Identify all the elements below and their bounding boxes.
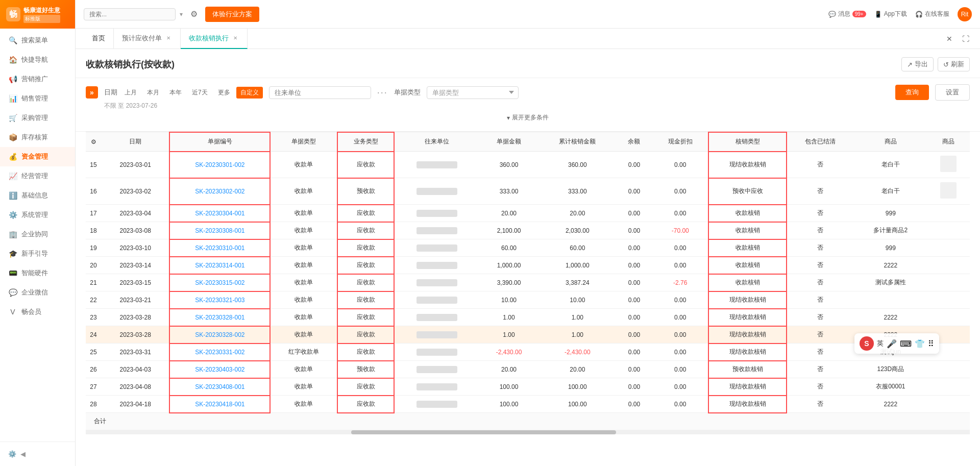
cell-cash-discount: 0.00 xyxy=(652,205,708,222)
cell-voucher-no[interactable]: SK-20230321-003 xyxy=(169,291,270,309)
cell-goods: 多计量商品2 xyxy=(854,222,927,239)
sidebar-item-search[interactable]: 🔍 搜索菜单 xyxy=(0,31,75,50)
th-writeoff-type: 核销类型 xyxy=(708,132,787,152)
partner-input[interactable] xyxy=(269,86,371,99)
cell-partner: ██████ xyxy=(394,205,479,222)
table-row: 232023-03-28SK-20230328-001收款单应收款██████1… xyxy=(86,309,970,326)
cell-voucher-no[interactable]: SK-20230418-001 xyxy=(169,396,270,413)
th-settings[interactable]: ⚙ xyxy=(86,132,101,152)
this-month-btn[interactable]: 本月 xyxy=(143,87,163,99)
cell-biz-type: 应收款 xyxy=(337,239,394,257)
sidebar-item-finance[interactable]: 💰 资金管理 xyxy=(0,147,75,166)
more-date-btn[interactable]: 更多 xyxy=(214,87,234,99)
sidebar-item-quicknav[interactable]: 🏠 快捷导航 xyxy=(0,50,75,69)
sidebar-item-operation[interactable]: 📈 经营管理 xyxy=(0,166,75,186)
cell-balance: 0.00 xyxy=(617,344,652,361)
tab-close-prepay[interactable]: ✕ xyxy=(165,35,172,42)
sidebar-item-sales[interactable]: 📊 销售管理 xyxy=(0,89,75,108)
cell-voucher-no[interactable]: SK-20230331-002 xyxy=(169,344,270,361)
sidebar-item-corp[interactable]: 🏢 企业协同 xyxy=(0,225,75,244)
last-7days-btn[interactable]: 近7天 xyxy=(188,87,212,99)
cell-balance: 0.00 xyxy=(617,178,652,205)
cell-goods: 衣服00001 xyxy=(854,378,927,396)
sidebar-item-inventory[interactable]: 📦 库存核算 xyxy=(0,128,75,147)
sidebar-settings-btn[interactable]: ⚙️ ◀ xyxy=(0,446,75,462)
cell-date: 2023-03-14 xyxy=(101,257,169,274)
this-year-btn[interactable]: 本年 xyxy=(165,87,186,99)
cell-voucher-no[interactable]: SK-20230310-001 xyxy=(169,239,270,257)
user-avatar[interactable]: Rit xyxy=(958,7,972,21)
fullscreen-icon[interactable]: ⛶ xyxy=(960,33,972,45)
cell-amount: 60.00 xyxy=(479,239,538,257)
tab-prepay[interactable]: 预计应收付单 ✕ xyxy=(114,29,181,49)
cell-goods: 老白干 xyxy=(854,178,927,205)
refresh-btn[interactable]: ↺ 刷新 xyxy=(938,57,970,71)
expand-more-row[interactable]: ▾ 展开更多条件 xyxy=(86,110,970,125)
cell-writeoff-type: 收款核销 xyxy=(708,257,787,274)
sidebar-item-marketing[interactable]: 📢 营销推广 xyxy=(0,69,75,89)
messages-btn[interactable]: 💬 消息 99+ xyxy=(828,10,866,18)
cell-biz-type: 预收款 xyxy=(337,178,394,205)
gear-icon[interactable]: ⚙ xyxy=(187,7,201,21)
cell-voucher-no[interactable]: SK-20230328-002 xyxy=(169,326,270,344)
voucher-type-select[interactable]: 单据类型 xyxy=(427,86,519,99)
tab-collection[interactable]: 收款核销执行 ✕ xyxy=(181,29,248,49)
table-row: 182023-03-08SK-20230308-001收款单应收款██████2… xyxy=(86,222,970,239)
cell-partner: ██████ xyxy=(394,222,479,239)
cell-voucher-no[interactable]: SK-20230304-001 xyxy=(169,205,270,222)
sidebar-item-guide[interactable]: 🎓 新手引导 xyxy=(0,244,75,263)
cell-goods: 2222 xyxy=(854,257,927,274)
search-menu-icon: 🔍 xyxy=(8,36,17,45)
date-range-display: 不限 至 2023-07-26 xyxy=(104,102,970,110)
cell-goods: 999 xyxy=(854,205,927,222)
cell-voucher-no[interactable]: SK-20230314-001 xyxy=(169,257,270,274)
cell-biz-type: 应收款 xyxy=(337,257,394,274)
cell-voucher-no[interactable]: SK-20230315-002 xyxy=(169,274,270,291)
cell-voucher-no[interactable]: SK-20230302-002 xyxy=(169,178,270,205)
filter-row-1: » 日期 上月 本月 本年 近7天 更多 自定义 xyxy=(86,84,970,101)
tab-close-collection[interactable]: ✕ xyxy=(232,35,239,42)
cell-date: 2023-03-10 xyxy=(101,239,169,257)
query-btn[interactable]: 查询 xyxy=(895,85,929,100)
industry-btn[interactable]: 体验行业方案 xyxy=(205,7,259,22)
system-icon: ⚙️ xyxy=(8,210,17,219)
cell-balance: 0.00 xyxy=(617,361,652,378)
scrollbar[interactable] xyxy=(86,430,970,434)
last-month-btn[interactable]: 上月 xyxy=(120,87,141,99)
cell-total-writeoff: 20.00 xyxy=(538,361,617,378)
cell-writeoff-type: 收款核销 xyxy=(708,222,787,239)
cell-voucher-no[interactable]: SK-20230308-001 xyxy=(169,222,270,239)
cell-date: 2023-03-02 xyxy=(101,178,169,205)
cell-voucher-no[interactable]: SK-20230328-001 xyxy=(169,309,270,326)
cell-no: 16 xyxy=(86,178,101,205)
filter-expand-btn[interactable]: » xyxy=(86,86,98,99)
cell-writeoff-type: 现结收款核销 xyxy=(708,378,787,396)
cell-date: 2023-03-31 xyxy=(101,344,169,361)
sidebar-item-basic[interactable]: ℹ️ 基础信息 xyxy=(0,186,75,205)
sidebar-item-purchase[interactable]: 🛒 采购管理 xyxy=(0,108,75,128)
search-input[interactable] xyxy=(84,8,176,20)
cell-voucher-no[interactable]: SK-20230408-001 xyxy=(169,378,270,396)
sidebar-item-wechat[interactable]: 💬 企业微信 xyxy=(0,283,75,302)
export-btn[interactable]: ↗ 导出 xyxy=(901,57,934,71)
cell-goods-thumb xyxy=(927,205,970,222)
sidebar-item-vip[interactable]: V 畅会员 xyxy=(0,302,75,322)
sidebar-item-system[interactable]: ⚙️ 系统管理 xyxy=(0,205,75,225)
filter-setting-btn[interactable]: 设置 xyxy=(935,84,970,101)
cell-balance: 0.00 xyxy=(617,396,652,413)
cell-include-settled: 否 xyxy=(787,326,854,344)
cell-voucher-no[interactable]: SK-20230301-002 xyxy=(169,152,270,178)
chevron-down-icon: ▾ xyxy=(507,114,510,121)
tab-home[interactable]: 首页 xyxy=(84,29,114,49)
online-service-btn[interactable]: 🎧 在线客服 xyxy=(915,10,949,18)
custom-date-btn[interactable]: 自定义 xyxy=(236,87,263,99)
close-tab-icon[interactable]: ✕ xyxy=(943,33,955,45)
cell-voucher-no[interactable]: SK-20230403-002 xyxy=(169,361,270,378)
cell-no: 17 xyxy=(86,205,101,222)
cell-total-writeoff: 100.00 xyxy=(538,396,617,413)
app-download-btn[interactable]: 📱 App下载 xyxy=(874,10,907,18)
finance-icon: 💰 xyxy=(8,152,17,161)
sidebar-item-hardware[interactable]: 📟 智能硬件 xyxy=(0,263,75,283)
th-total-writeoff: 累计核销金额 xyxy=(538,132,617,152)
cell-biz-type: 应收款 xyxy=(337,378,394,396)
